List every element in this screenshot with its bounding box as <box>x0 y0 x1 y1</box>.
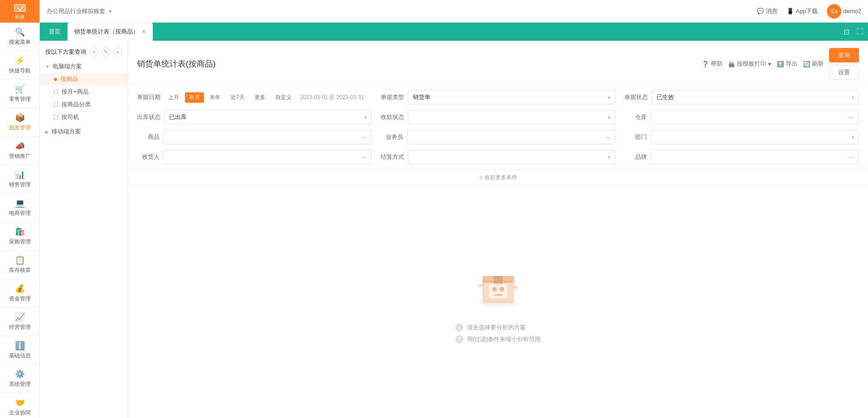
tab-home[interactable]: 首页 <box>42 23 67 41</box>
home-tab-label: 首页 <box>49 28 61 36</box>
app-download-button[interactable]: 📱 App下载 <box>787 7 818 15</box>
sidebar-item-basic[interactable]: ℹ️ 基础信息 <box>0 336 39 365</box>
system-icon: ⚙️ <box>15 369 25 379</box>
out-status-filter-cell: 出库状态 已出库 ▾ <box>137 110 372 124</box>
add-scheme-button[interactable]: + <box>90 48 99 57</box>
tree-mobile-group[interactable]: ▶ 移动端方案 <box>40 125 127 138</box>
date-filter: 上月 本月 本年 近7天 <box>164 92 372 103</box>
dept-select[interactable]: ▾ <box>651 130 859 144</box>
receiver-input[interactable]: ··· <box>163 150 372 164</box>
empty-illustration <box>471 260 525 314</box>
date-pill-7days[interactable]: 近7天 <box>226 92 249 103</box>
type-select[interactable]: 销货单 ▾ <box>408 90 615 104</box>
sidebar-item-ecommerce[interactable]: 💻 电商管理 <box>0 194 39 222</box>
finance-icon: 💰 <box>15 284 25 294</box>
tab-close-button[interactable]: ✕ <box>142 28 146 35</box>
date-pill-this-month[interactable]: 本月 <box>185 92 204 103</box>
date-pills: 上月 本月 本年 近7天 <box>164 92 296 103</box>
sidebar-item-enterprise[interactable]: 🤝 企业协同 <box>0 393 39 418</box>
type-chevron-icon: ▾ <box>608 95 610 100</box>
sidebar-item-sales[interactable]: 📊 销售管理 <box>0 165 39 194</box>
warehouse-input[interactable]: ··· <box>651 110 859 124</box>
tree-item-label-3: 按司机 <box>61 113 79 121</box>
sidebar-item-operation[interactable]: 📈 经营管理 <box>0 308 39 336</box>
filter-row-2: 出库状态 已出库 ▾ 收款状态 ▾ <box>137 110 859 124</box>
brand-ellipsis[interactable]: ··· <box>849 153 854 161</box>
collapse-panel-button[interactable]: « <box>113 48 122 57</box>
refresh-icon: 🔄 <box>803 61 810 67</box>
tab-sales-stats[interactable]: 销货单统计表（按商品） ✕ <box>67 23 153 41</box>
sidebar-item-finance[interactable]: 💰 资金管理 <box>0 279 39 308</box>
receive-status-select[interactable]: ▾ <box>408 110 615 124</box>
date-pill-last-month[interactable]: 上月 <box>164 92 183 103</box>
sidebar-item-purchase[interactable]: 🛍️ 采购管理 <box>0 222 39 251</box>
empty-state: 1 请先选择要分析的方案 2 用[过滤]条件来缩小分析范围 <box>128 185 868 418</box>
date-filter-cell: 单据日期 上月 本月 本年 <box>137 92 372 103</box>
warehouse-ellipsis[interactable]: ··· <box>849 114 854 121</box>
tree-item-by-category[interactable]: 囗 按商品分类 <box>40 98 127 111</box>
collapse-bar[interactable]: ∧ 收起更多条件 <box>128 170 868 185</box>
message-icon: 💬 <box>757 8 764 14</box>
type-label: 单据类型 <box>381 93 404 101</box>
tab-expand-button[interactable]: ⊡ <box>839 28 854 36</box>
tree-desktop-group[interactable]: ▼ 电脑端方案 <box>40 60 127 73</box>
payment-label: 结算方式 <box>381 153 404 161</box>
date-pill-this-year[interactable]: 本年 <box>206 92 225 103</box>
dept-chevron-icon: ▾ <box>852 135 854 140</box>
date-pill-more[interactable]: 更多 <box>250 92 269 103</box>
settings-button[interactable]: 设置 <box>829 65 859 80</box>
help-button[interactable]: ❓ 帮助 <box>702 60 722 68</box>
ecommerce-icon: 💻 <box>15 198 25 208</box>
print-button[interactable]: 🖨️ 按模板打印 ▾ <box>728 60 771 68</box>
filter-row-1: 单据日期 上月 本月 本年 <box>137 90 859 104</box>
goods-input[interactable]: ··· <box>163 130 372 144</box>
sidebar-item-retail[interactable]: 🛒 零售管理 <box>0 80 39 108</box>
edit-scheme-button[interactable]: ✎ <box>101 48 110 57</box>
user-profile[interactable]: Ea demo2 <box>827 4 861 19</box>
date-pill-custom[interactable]: 自定义 <box>271 92 296 103</box>
salesman-input[interactable]: ··· <box>407 130 615 144</box>
receiver-ellipsis[interactable]: ··· <box>361 153 367 161</box>
topbar-dropdown[interactable]: ▾ <box>109 8 112 14</box>
refresh-button[interactable]: 🔄 刷新 <box>803 60 824 68</box>
tree-mobile-label: 移动端方案 <box>52 128 81 136</box>
tree-desktop-label: 电脑端方案 <box>52 62 82 71</box>
tree-arrow-icon: ▼ <box>45 64 50 69</box>
sidebar-item-system[interactable]: ⚙️ 系统管理 <box>0 365 39 393</box>
brand-input[interactable]: ··· <box>651 150 859 164</box>
payment-select[interactable]: ▾ <box>408 150 615 164</box>
salesman-ellipsis[interactable]: ··· <box>605 133 610 141</box>
filter-rows: 单据日期 上月 本月 本年 <box>128 85 868 170</box>
sidebar-item-wholesale[interactable]: 📦 批发管理 <box>0 108 39 137</box>
side-panel-title: 按以下方案查询 <box>45 48 86 56</box>
sidebar-item-search[interactable]: 🔍 搜索菜单 <box>0 23 39 51</box>
status-select[interactable]: 已生效 ▾ <box>651 90 859 104</box>
tree-item-by-goods[interactable]: ● 按商品 <box>40 73 127 86</box>
purchase-icon: 🛍️ <box>15 227 25 237</box>
sidebar-item-quicknav[interactable]: ⚡ 快捷导航 <box>0 51 39 80</box>
out-status-label: 出库状态 <box>137 113 160 121</box>
wholesale-icon: 📦 <box>15 113 25 123</box>
tree-item-by-printer[interactable]: 囗 按司机 <box>40 111 127 124</box>
left-sidebar: 标账 🔍 搜索菜单 ⚡ 快捷导航 🛒 零售管理 📦 批发管理 📣 营销推广 📊 … <box>0 0 40 418</box>
dept-filter-cell: 部门 ▾ <box>624 130 859 144</box>
brand-filter-cell: 品牌 ··· <box>624 150 859 164</box>
goods-ellipsis[interactable]: ··· <box>361 133 367 141</box>
sidebar-item-inventory[interactable]: 📋 库存核算 <box>0 251 39 279</box>
edit-icon: ✎ <box>104 49 108 55</box>
inventory-icon: 📋 <box>15 255 25 265</box>
tip-num-2: 2 <box>455 335 463 343</box>
main-area: 办公用品行业模拟账套 ▾ 💬 消息 📱 App下载 Ea demo2 首页 <box>40 0 868 418</box>
tree-item-by-month-goods[interactable]: 囗 按月+商品 <box>40 86 127 98</box>
empty-tip-2: 2 用[过滤]条件来缩小分析范围 <box>455 335 541 343</box>
sidebar-item-marketing[interactable]: 📣 营销推广 <box>0 137 39 165</box>
app-logo: 标账 <box>0 0 39 23</box>
download-icon: 📱 <box>787 8 794 14</box>
message-button[interactable]: 💬 消息 <box>757 7 778 15</box>
export-button[interactable]: ⬆️ 导出 <box>777 60 797 68</box>
out-status-select[interactable]: 已出库 ▾ <box>164 110 372 124</box>
date-label: 单据日期 <box>137 93 160 101</box>
topbar: 办公用品行业模拟账套 ▾ 💬 消息 📱 App下载 Ea demo2 <box>40 0 868 23</box>
query-button[interactable]: 查询 <box>829 48 859 62</box>
fullscreen-button[interactable]: ⛶ <box>854 28 866 36</box>
